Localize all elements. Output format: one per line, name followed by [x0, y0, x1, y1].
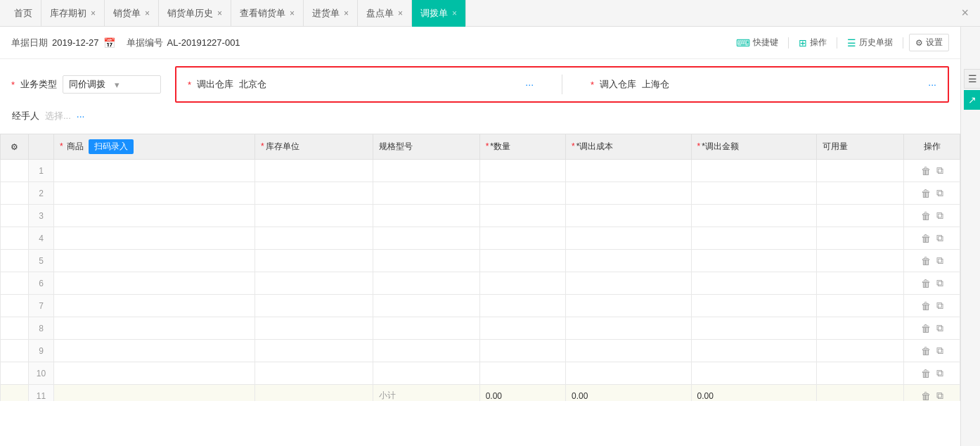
copy-row-icon[interactable]: ⧉ — [935, 299, 945, 312]
delete-row-icon[interactable]: 🗑 — [920, 255, 932, 267]
row-spec-td[interactable] — [373, 160, 479, 182]
row-spec-td[interactable] — [373, 250, 479, 272]
copy-row-icon[interactable]: ⧉ — [935, 389, 945, 401]
row-quantity-td[interactable] — [479, 362, 565, 385]
row-unit-td[interactable] — [255, 295, 373, 317]
row-product-td[interactable] — [54, 362, 255, 385]
tab-bar-close-button[interactable]: × — [955, 6, 974, 20]
row-amount-td[interactable] — [691, 362, 817, 385]
row-available-td[interactable] — [817, 272, 904, 295]
row-amount-td[interactable] — [691, 272, 817, 295]
tab-transfer-order[interactable]: 调拨单 × — [412, 0, 466, 27]
row-product-td[interactable] — [54, 295, 255, 317]
row-spec-td[interactable] — [373, 272, 479, 295]
copy-row-icon[interactable]: ⧉ — [935, 367, 945, 380]
delete-row-icon[interactable]: 🗑 — [920, 322, 932, 335]
row-amount-td[interactable] — [691, 205, 817, 227]
row-quantity-td[interactable] — [479, 227, 565, 250]
tab-home[interactable]: 首页 — [6, 0, 41, 27]
side-panel-list-icon[interactable]: ☰ — [964, 69, 980, 89]
row-quantity-td[interactable] — [479, 250, 565, 272]
row-product-td[interactable] — [54, 250, 255, 272]
row-unit-td[interactable] — [255, 362, 373, 385]
row-amount-td[interactable] — [691, 295, 817, 317]
row-amount-td[interactable] — [691, 227, 817, 250]
row-quantity-td[interactable] — [479, 160, 565, 182]
delete-row-icon[interactable]: 🗑 — [920, 367, 932, 380]
tab-sales-history-close[interactable]: × — [217, 8, 222, 18]
transfer-out-more-icon[interactable]: ··· — [525, 79, 534, 90]
row-amount-td[interactable] — [691, 317, 817, 340]
row-available-td[interactable] — [817, 362, 904, 385]
delete-row-icon[interactable]: 🗑 — [920, 165, 932, 177]
delete-row-icon[interactable]: 🗑 — [920, 300, 932, 312]
tab-inventory-init-close[interactable]: × — [91, 8, 96, 18]
row-quantity-td[interactable] — [479, 272, 565, 295]
delete-row-icon[interactable]: 🗑 — [920, 345, 932, 357]
row-product-td[interactable] — [54, 160, 255, 182]
row-product-td[interactable] — [54, 272, 255, 295]
row-cost-td[interactable] — [566, 295, 692, 317]
row-available-td[interactable] — [817, 227, 904, 250]
transfer-in-more-icon[interactable]: ··· — [928, 79, 936, 90]
row-spec-td[interactable] — [373, 362, 479, 385]
row-cost-td[interactable] — [566, 227, 692, 250]
row-product-td[interactable] — [54, 317, 255, 340]
tab-inventory-check-close[interactable]: × — [398, 8, 403, 18]
row-available-td[interactable] — [817, 340, 904, 362]
row-cost-td[interactable] — [566, 250, 692, 272]
row-cost-td[interactable] — [566, 317, 692, 340]
row-available-td[interactable] — [817, 160, 904, 182]
delete-row-icon[interactable]: 🗑 — [920, 232, 932, 245]
handler-select[interactable]: 选择... — [45, 110, 71, 122]
tab-sales-order[interactable]: 销货单 × — [105, 0, 159, 27]
copy-row-icon[interactable]: ⧉ — [935, 164, 945, 177]
row-unit-td[interactable] — [255, 272, 373, 295]
tab-inventory-init[interactable]: 库存期初 × — [41, 0, 105, 27]
row-available-td[interactable] — [817, 182, 904, 205]
row-product-td[interactable] — [54, 340, 255, 362]
copy-row-icon[interactable]: ⧉ — [935, 254, 945, 267]
delete-row-icon[interactable]: 🗑 — [920, 390, 932, 402]
copy-row-icon[interactable]: ⧉ — [935, 321, 945, 335]
row-spec-td[interactable] — [373, 182, 479, 205]
row-quantity-td[interactable] — [479, 340, 565, 362]
row-unit-td[interactable] — [255, 160, 373, 182]
tab-transfer-order-close[interactable]: × — [452, 8, 457, 18]
row-cost-td[interactable] — [566, 182, 692, 205]
row-cost-td[interactable] — [566, 160, 692, 182]
row-product-td[interactable] — [54, 227, 255, 250]
row-unit-td[interactable] — [255, 205, 373, 227]
row-spec-td[interactable] — [373, 205, 479, 227]
row-amount-td[interactable] — [691, 250, 817, 272]
gear-header[interactable]: ⚙ — [1, 134, 29, 160]
row-quantity-td[interactable] — [479, 182, 565, 205]
copy-row-icon[interactable]: ⧉ — [935, 186, 945, 200]
tab-sales-order-close[interactable]: × — [145, 8, 150, 18]
row-spec-td[interactable] — [373, 340, 479, 362]
side-panel-export-icon[interactable]: ↗ — [964, 90, 980, 110]
row-quantity-td[interactable] — [479, 295, 565, 317]
tab-purchase-order-close[interactable]: × — [344, 8, 349, 18]
row-unit-td[interactable] — [255, 317, 373, 340]
tab-purchase-order[interactable]: 进货单 × — [304, 0, 358, 27]
copy-row-icon[interactable]: ⧉ — [935, 209, 945, 222]
row-amount-td[interactable] — [691, 160, 817, 182]
settings-button[interactable]: ⚙ 设置 — [909, 34, 949, 51]
row-quantity-td[interactable] — [479, 317, 565, 340]
row-unit-td[interactable] — [255, 340, 373, 362]
delete-row-icon[interactable]: 🗑 — [920, 277, 932, 290]
scan-button[interactable]: 扫码录入 — [89, 139, 134, 154]
row-product-td[interactable] — [54, 205, 255, 227]
row-cost-td[interactable] — [566, 272, 692, 295]
operations-button[interactable]: ⊞ 操作 — [794, 35, 831, 50]
row-available-td[interactable] — [817, 205, 904, 227]
shortcuts-button[interactable]: ⌨ 快捷键 — [732, 35, 782, 50]
row-spec-td[interactable] — [373, 317, 479, 340]
row-unit-td[interactable] — [255, 227, 373, 250]
delete-row-icon[interactable]: 🗑 — [920, 187, 932, 200]
handler-more-icon[interactable]: ··· — [77, 110, 85, 122]
row-cost-td[interactable] — [566, 340, 692, 362]
tab-sales-history[interactable]: 销货单历史 × — [159, 0, 231, 27]
row-available-td[interactable] — [817, 317, 904, 340]
